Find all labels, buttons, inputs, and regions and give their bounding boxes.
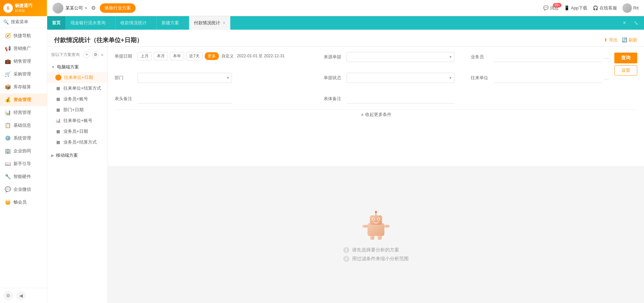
filter-settings-btn[interactable]: 设置: [614, 65, 637, 75]
sidebar-item-marketing[interactable]: 📢 营销推广: [0, 42, 47, 55]
tab-bank-flow-close[interactable]: ×: [108, 21, 111, 25]
export-btn[interactable]: ⬆ 导出: [604, 37, 618, 43]
sidebar-item-basic-info[interactable]: 📋 基础信息: [0, 119, 47, 132]
main-empty-content: 1 请先选择要分析的方案 2 用过滤条件来缩小分析范围: [108, 167, 644, 303]
sidebar-item-hardware[interactable]: 🔧 智能硬件: [0, 170, 47, 183]
date-filter-label: 单据日期: [115, 53, 135, 59]
scheme-item-salesperson-date[interactable]: ▦ 业务员+日期: [47, 126, 108, 137]
partner-input[interactable]: [494, 73, 602, 83]
tab-maximize-btn[interactable]: ⤡: [631, 18, 641, 28]
user-display-name: Rit: [633, 5, 639, 10]
scheme-item-dept-date[interactable]: ▦ 部门+日期: [47, 104, 108, 115]
topbar-settings-icon[interactable]: ⚙: [91, 5, 96, 11]
date-btn-last-month[interactable]: 上月: [138, 52, 152, 60]
scheme-group-mobile-header[interactable]: ▶ 移动端方案: [47, 150, 108, 160]
scheme-group-desktop-label: 电脑端方案: [57, 64, 79, 70]
sidebar-subtitle: 标准版: [15, 8, 32, 13]
nav-label-enterprise: 企业协同: [13, 148, 31, 154]
header-note-input[interactable]: [138, 94, 232, 104]
sidebar-title: 畅捷通巧: [15, 3, 32, 8]
refresh-icon: 🔄: [622, 37, 627, 42]
source-select-arrow: ▾: [449, 55, 451, 59]
scheme-item-salesperson-settlement[interactable]: ▦ 业务员+结算方式: [47, 137, 108, 148]
sidebar-search[interactable]: 🔍 搜索菜单: [0, 16, 47, 28]
scheme-item-partner-date[interactable]: 往来单位+日期: [47, 72, 108, 83]
nav-icon-marketing: 📢: [5, 46, 11, 52]
scheme-item-salesperson-account[interactable]: ▦ 业务员+账号: [47, 94, 108, 104]
phone-icon: 📱: [564, 5, 569, 10]
sidebar-item-enterprise[interactable]: 🏢 企业协同: [0, 145, 47, 157]
scheme-group-arrow: ▼: [51, 65, 55, 69]
scheme-settings-icon[interactable]: ⚙: [92, 51, 99, 58]
right-panel: 单据日期 上月 本月 本年 近7天 更多 自定义 2022-01-01 至 20…: [108, 47, 644, 303]
topbar-company: 某某公司 ▾: [53, 3, 87, 13]
sidebar-item-operations[interactable]: 📊 经营管理: [0, 106, 47, 119]
body-note-input[interactable]: [347, 94, 455, 104]
filter-group-salesperson: 业务员 ...: [471, 52, 611, 62]
tab-home[interactable]: 首页: [47, 16, 66, 30]
partner-dots[interactable]: ...: [604, 75, 609, 81]
tab-receipt-stats[interactable]: 收款情况统计 ×: [116, 16, 157, 30]
scheme-item-partner-account[interactable]: 📊 往来单位+账号: [47, 115, 108, 126]
nav-icon-finance: 💰: [5, 97, 11, 103]
online-service-btn[interactable]: 🎧 在线客服: [593, 5, 617, 11]
date-btn-7days[interactable]: 近7天: [186, 52, 203, 60]
scheme-item-circle-icon: [55, 74, 61, 81]
filter-group-body-note: 表体备注: [324, 94, 464, 104]
table-icon-3: ▦: [55, 107, 61, 113]
nav-label-member: 畅会员: [13, 199, 27, 205]
sidebar-item-system[interactable]: ⚙️ 系统管理: [0, 132, 47, 145]
scheme-group-desktop-header[interactable]: ▼ 电脑端方案: [47, 62, 108, 72]
tab-payment-stats[interactable]: 付款情况统计 ×: [189, 16, 230, 30]
sidebar-item-wechat[interactable]: 💬 企业微信: [0, 183, 47, 196]
sidebar-item-member[interactable]: 👑 畅会员: [0, 196, 47, 209]
query-btn[interactable]: 查询: [614, 53, 637, 63]
sidebar-item-quick-nav[interactable]: 🧭 快捷导航: [0, 29, 47, 42]
dept-filter-label: 部门: [115, 75, 135, 81]
dept-select[interactable]: ▾: [138, 73, 232, 83]
scheme-item-salesperson-date-label: 业务员+日期: [63, 128, 88, 134]
sidebar-item-guide[interactable]: 📖 新手引导: [0, 157, 47, 170]
scheme-add-icon[interactable]: +: [83, 51, 90, 58]
tab-new-scheme[interactable]: 新建方案 ×: [157, 16, 189, 30]
logo-icon: 6: [3, 3, 13, 13]
salesperson-dots[interactable]: ...: [604, 54, 609, 60]
scheme-panel-label: 按以下方案查询: [51, 52, 80, 58]
tip-num-1: 1: [343, 247, 349, 253]
messages-badge: 99+: [553, 3, 561, 7]
date-btn-this-year[interactable]: 本年: [170, 52, 184, 60]
nav-label-wechat: 企业微信: [13, 186, 31, 192]
sidebar-item-finance[interactable]: 💰 资金管理: [0, 93, 47, 106]
filter-group-partner: 往来单位 ...: [471, 73, 611, 83]
tab-bank-flow[interactable]: 现金银行流水查询 ×: [66, 16, 116, 30]
nav-icon-purchase: 🛒: [5, 71, 11, 77]
app-download-btn[interactable]: 📱 App下载: [564, 5, 587, 11]
scheme-item-partner-settlement[interactable]: ▦ 往来单位+结算方式: [47, 83, 108, 94]
tab-receipt-stats-close[interactable]: ×: [149, 21, 152, 25]
scheme-group-mobile-label: 移动端方案: [56, 152, 78, 158]
trial-btn[interactable]: 体验行业方案: [100, 3, 136, 13]
sidebar-item-inventory[interactable]: 📦 库存核算: [0, 81, 47, 93]
sidebar-item-purchase[interactable]: 🛒 采购管理: [0, 68, 47, 81]
collapse-more-btn[interactable]: ∧ 收起更多条件: [115, 109, 637, 120]
user-avatar-btn[interactable]: Rit: [622, 3, 639, 13]
date-btn-this-month[interactable]: 本月: [154, 52, 168, 60]
messages-btn[interactable]: 💬 消息 99+: [543, 5, 559, 11]
company-dropdown-icon[interactable]: ▾: [85, 6, 87, 10]
scheme-panel-actions: + ⚙ «: [83, 51, 104, 58]
source-select[interactable]: ▾: [347, 52, 455, 62]
tab-close-window-btn[interactable]: ×: [620, 18, 629, 28]
scheme-group-mobile-arrow: ▶: [51, 153, 54, 158]
tab-new-scheme-close[interactable]: ×: [182, 21, 184, 25]
sidebar-brand: 畅捷通巧 标准版: [15, 3, 32, 13]
settings-footer-icon[interactable]: ⚙: [3, 291, 13, 300]
svg-point-4: [373, 218, 374, 220]
date-btn-more[interactable]: 更多: [205, 52, 219, 60]
scheme-collapse-icon[interactable]: «: [101, 52, 104, 57]
sidebar-item-sales[interactable]: 💼 销售管理: [0, 55, 47, 68]
status-select[interactable]: ▾: [347, 73, 455, 83]
tab-payment-stats-close[interactable]: ×: [223, 21, 225, 25]
salesperson-input[interactable]: [494, 52, 602, 62]
collapse-sidebar-icon[interactable]: ◀: [16, 291, 26, 300]
refresh-btn[interactable]: 🔄 刷新: [622, 37, 637, 43]
